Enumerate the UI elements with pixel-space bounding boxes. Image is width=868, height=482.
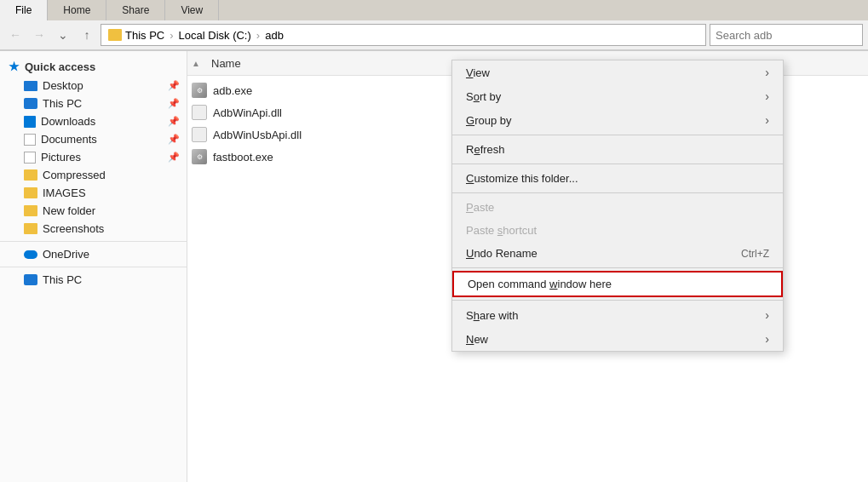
sidebar-label-onedrive: OneDrive	[43, 248, 89, 261]
ctx-share-arrow: ›	[765, 308, 769, 322]
sidebar-label-desktop: Desktop	[43, 79, 83, 92]
ctx-sort-arrow: ›	[765, 89, 769, 103]
sidebar-label-screenshots: Screenshots	[43, 222, 104, 235]
pin-icon5: 📌	[168, 152, 180, 163]
content-area: ▲ Name Date modified Type ⚙ adb.exe AdbW…	[187, 51, 868, 482]
up-button[interactable]: ↑	[77, 25, 97, 45]
ctx-open-cmd[interactable]: Open command window here	[452, 271, 783, 297]
ctx-share-label: Share with	[466, 309, 765, 322]
ctx-sep1	[452, 135, 783, 135]
ctx-sep3	[452, 192, 783, 193]
sidebar-item-thispc[interactable]: This PC 📌	[0, 95, 187, 112]
addressbar-row: ← → ⌄ ↑ This PC › Local Disk (C:) › adb	[0, 20, 868, 50]
file-name-adbwinusbapi: AdbWinUsbApi.dll	[213, 129, 302, 141]
sidebar: ★ Quick access Desktop 📌 This PC 📌 Downl…	[0, 51, 187, 482]
ctx-undo-label: Undo Rename	[466, 247, 741, 260]
ctx-customize[interactable]: Customize this folder...	[452, 167, 783, 190]
recent-locations-button[interactable]: ⌄	[53, 25, 73, 45]
sidebar-item-documents[interactable]: Documents 📌	[0, 130, 187, 148]
ctx-new-arrow: ›	[765, 332, 769, 346]
star-icon: ★	[9, 60, 20, 73]
sidebar-label-newfolder: New folder	[43, 204, 95, 217]
ctx-customize-label: Customize this folder...	[466, 172, 769, 185]
addr-thispc: This PC	[125, 29, 164, 42]
quick-access-label: Quick access	[25, 60, 95, 73]
ctx-group[interactable]: Group by ›	[452, 108, 783, 132]
sidebar-item-pictures[interactable]: Pictures 📌	[0, 148, 187, 166]
file-icon-fastboot: ⚙	[191, 148, 208, 165]
addr-sep2: ›	[256, 29, 260, 42]
file-name-adbwinapi: AdbWinApi.dll	[213, 106, 282, 119]
ctx-refresh[interactable]: Refresh	[452, 138, 783, 161]
sidebar-label-images: IMAGES	[43, 186, 86, 199]
ctx-undo-shortcut: Ctrl+Z	[741, 248, 769, 260]
sidebar-label-pictures: Pictures	[41, 151, 81, 164]
ctx-sep4	[452, 267, 783, 268]
file-name-fastboot: fastboot.exe	[213, 151, 273, 164]
folder-icon-images	[24, 187, 37, 198]
addr-adb: adb	[265, 29, 284, 42]
sidebar-item-images[interactable]: IMAGES	[0, 184, 187, 202]
folder-icon-new	[24, 205, 37, 216]
quick-access-section[interactable]: ★ Quick access	[0, 56, 187, 77]
main-layout: ★ Quick access Desktop 📌 This PC 📌 Downl…	[0, 51, 868, 482]
downloads-icon	[24, 116, 36, 128]
tab-home[interactable]: Home	[48, 0, 106, 20]
ctx-view-arrow: ›	[765, 66, 769, 79]
ctx-share[interactable]: Share with ›	[452, 303, 783, 327]
ctx-sep2	[452, 164, 783, 164]
sidebar-item-thispc2[interactable]: This PC	[0, 271, 187, 289]
ctx-new[interactable]: New ›	[452, 327, 783, 351]
sidebar-label-downloads: Downloads	[41, 115, 95, 128]
sidebar-label-thispc: This PC	[43, 97, 82, 110]
pin-icon4: 📌	[168, 134, 180, 145]
exe-icon: ⚙	[192, 83, 207, 98]
documents-icon	[24, 134, 36, 146]
tab-share[interactable]: Share	[106, 0, 165, 20]
pin-icon2: 📌	[168, 98, 180, 109]
folder-icon-compressed	[24, 169, 37, 181]
ctx-open-cmd-label: Open command window here	[468, 278, 767, 290]
ctx-sort[interactable]: Sort by ›	[452, 84, 783, 108]
dll-icon2	[192, 127, 207, 142]
ctx-paste-label: Paste	[466, 201, 769, 214]
search-input[interactable]	[710, 24, 863, 46]
tab-bar: File Home Share View	[0, 0, 868, 20]
sidebar-item-downloads[interactable]: Downloads 📌	[0, 112, 187, 130]
ctx-undo[interactable]: Undo Rename Ctrl+Z	[452, 242, 783, 265]
thispc-icon2	[24, 274, 37, 285]
ctx-paste[interactable]: Paste	[452, 196, 783, 219]
forward-button[interactable]: →	[29, 25, 49, 45]
ctx-refresh-label: Refresh	[466, 143, 769, 156]
address-bar[interactable]: This PC › Local Disk (C:) › adb	[101, 24, 706, 46]
thispc-icon	[24, 98, 37, 109]
tab-file[interactable]: File	[0, 0, 48, 20]
file-icon-adb: ⚙	[191, 82, 208, 99]
sidebar-divider1	[0, 241, 187, 242]
sidebar-item-onedrive[interactable]: OneDrive	[0, 245, 187, 263]
sidebar-item-screenshots[interactable]: Screenshots	[0, 220, 187, 238]
col-header-name[interactable]: Name	[204, 57, 477, 70]
ribbon: File Home Share View ← → ⌄ ↑ This PC › L…	[0, 0, 868, 51]
ctx-paste-shortcut-label: Paste shortcut	[466, 224, 769, 237]
sidebar-label-compressed: Compressed	[43, 169, 106, 181]
back-button[interactable]: ←	[5, 25, 26, 45]
ctx-group-arrow: ›	[765, 113, 769, 127]
file-name-adb: adb.exe	[213, 84, 252, 97]
ctx-sep5	[452, 300, 783, 301]
addr-sep1: ›	[170, 29, 173, 42]
tab-view[interactable]: View	[165, 0, 219, 20]
scroll-up-btn[interactable]: ▲	[187, 55, 204, 72]
ctx-paste-shortcut[interactable]: Paste shortcut	[452, 219, 783, 242]
onedrive-icon	[24, 250, 37, 259]
sidebar-label-documents: Documents	[41, 133, 97, 146]
folder-icon-screenshots	[24, 223, 37, 234]
sidebar-item-newfolder[interactable]: New folder	[0, 202, 187, 220]
folder-icon	[108, 29, 122, 41]
sidebar-item-desktop[interactable]: Desktop 📌	[0, 77, 187, 95]
ctx-view[interactable]: View ›	[452, 60, 783, 84]
addr-localdisk: Local Disk (C:)	[179, 29, 251, 42]
sidebar-divider2	[0, 267, 187, 267]
sidebar-item-compressed[interactable]: Compressed	[0, 166, 187, 184]
pictures-icon	[24, 152, 36, 164]
